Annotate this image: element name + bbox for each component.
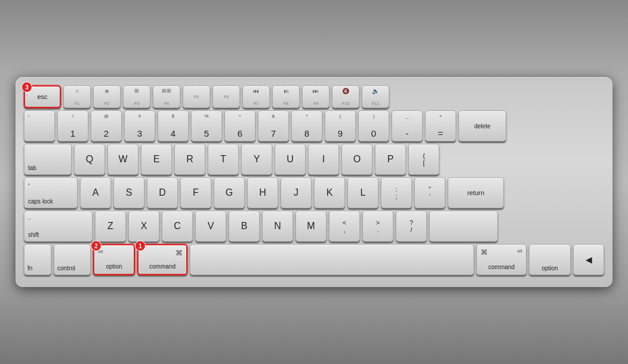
- tilde-key[interactable]: ~ `: [24, 110, 55, 141]
- l-key[interactable]: L: [347, 177, 378, 208]
- 3-key[interactable]: # 3: [124, 110, 155, 141]
- esc-key[interactable]: 3 esc: [24, 85, 61, 108]
- 9-key[interactable]: ( 9: [325, 110, 356, 141]
- e-key[interactable]: E: [141, 144, 172, 175]
- right-option-key[interactable]: option: [529, 244, 571, 275]
- left-shift-key[interactable]: _ shift: [24, 211, 93, 242]
- m-key[interactable]: M: [295, 211, 327, 242]
- h-key[interactable]: H: [247, 177, 278, 208]
- return-key[interactable]: return: [448, 177, 504, 208]
- equals-key[interactable]: + =: [425, 110, 456, 141]
- r-key[interactable]: R: [174, 144, 205, 175]
- period-key[interactable]: > .: [362, 211, 393, 242]
- keyboard-background: 3 esc ☼ F1 ☀ F2 ⊞ F3 ⊞⊞ F4 F5: [0, 0, 628, 364]
- f10-key[interactable]: 🔇 F10: [332, 85, 359, 108]
- bottom-row: fn control 2 alt option 1 ⌘ command ⌘ al…: [24, 244, 604, 275]
- k-key[interactable]: K: [314, 177, 345, 208]
- i-key[interactable]: I: [308, 144, 339, 175]
- f1-key[interactable]: ☼ F1: [63, 85, 91, 108]
- z-key[interactable]: Z: [95, 211, 126, 242]
- f8-key[interactable]: ⏯ F8: [272, 85, 300, 108]
- 5-key[interactable]: % 5: [191, 110, 222, 141]
- control-key[interactable]: control: [54, 244, 91, 275]
- f6-key[interactable]: F6: [213, 85, 240, 108]
- zxcv-row: _ shift Z X C V B N M < , > . ? /: [24, 211, 604, 242]
- v-key[interactable]: V: [195, 211, 226, 242]
- spacebar-key[interactable]: [190, 244, 474, 275]
- 4-key[interactable]: $ 4: [158, 110, 189, 141]
- w-key[interactable]: W: [107, 144, 138, 175]
- p-key[interactable]: P: [375, 144, 406, 175]
- d-key[interactable]: D: [147, 177, 178, 208]
- 8-key[interactable]: * 8: [291, 110, 322, 141]
- delete-key[interactable]: delete: [458, 110, 506, 141]
- option-badge: 2: [91, 240, 101, 251]
- caps-lock-key[interactable]: • caps lock: [24, 177, 78, 208]
- 1-key[interactable]: ! 1: [57, 110, 88, 141]
- f9-key[interactable]: ⏭ F9: [302, 85, 330, 108]
- n-key[interactable]: N: [262, 211, 293, 242]
- t-key[interactable]: T: [208, 144, 239, 175]
- f-key[interactable]: F: [180, 177, 211, 208]
- f11-key[interactable]: 🔉 F11: [362, 85, 389, 108]
- tab-key[interactable]: tab: [24, 144, 72, 175]
- fn-row: 3 esc ☼ F1 ☀ F2 ⊞ F3 ⊞⊞ F4 F5: [24, 85, 604, 108]
- 2-key[interactable]: @ 2: [91, 110, 122, 141]
- u-key[interactable]: U: [275, 144, 306, 175]
- j-key[interactable]: J: [281, 177, 312, 208]
- 6-key[interactable]: ^ 6: [224, 110, 255, 141]
- c-key[interactable]: C: [162, 211, 193, 242]
- keyboard: 3 esc ☼ F1 ☀ F2 ⊞ F3 ⊞⊞ F4 F5: [16, 77, 612, 287]
- y-key[interactable]: Y: [241, 144, 272, 175]
- left-option-key[interactable]: 2 alt option: [93, 244, 135, 275]
- comma-key[interactable]: < ,: [329, 211, 360, 242]
- x-key[interactable]: X: [128, 211, 159, 242]
- qwerty-row: tab Q W E R T Y U I O P { [: [24, 144, 604, 175]
- g-key[interactable]: G: [214, 177, 245, 208]
- 0-key[interactable]: ) 0: [358, 110, 389, 141]
- a-key[interactable]: A: [80, 177, 111, 208]
- b-key[interactable]: B: [229, 211, 260, 242]
- fn-key[interactable]: fn: [24, 244, 51, 275]
- right-shift-key[interactable]: [429, 211, 498, 242]
- f4-key[interactable]: ⊞⊞ F4: [153, 85, 180, 108]
- f7-key[interactable]: ⏮ F7: [242, 85, 270, 108]
- bracket-open-key[interactable]: { [: [408, 144, 439, 175]
- left-command-key[interactable]: 1 ⌘ command: [137, 244, 187, 275]
- slash-key[interactable]: ? /: [396, 211, 427, 242]
- number-row: ~ ` ! 1 @ 2 # 3 $ 4 % 5: [24, 110, 604, 141]
- o-key[interactable]: O: [341, 144, 373, 175]
- asdf-row: • caps lock A S D F G H J K L : ; " ' re…: [24, 177, 604, 208]
- s-key[interactable]: S: [113, 177, 144, 208]
- q-key[interactable]: Q: [74, 144, 105, 175]
- semicolon-key[interactable]: : ;: [381, 177, 412, 208]
- 7-key[interactable]: & 7: [258, 110, 289, 141]
- arrow-left-key[interactable]: ◀: [573, 244, 604, 275]
- f5-key[interactable]: F5: [183, 85, 210, 108]
- command-badge: 1: [135, 240, 146, 251]
- esc-badge: 3: [21, 82, 32, 92]
- minus-key[interactable]: _ -: [392, 110, 423, 141]
- right-command-key[interactable]: ⌘ alt command: [476, 244, 527, 275]
- f3-key[interactable]: ⊞ F3: [123, 85, 150, 108]
- quote-key[interactable]: " ': [414, 177, 445, 208]
- f2-key[interactable]: ☀ F2: [93, 85, 121, 108]
